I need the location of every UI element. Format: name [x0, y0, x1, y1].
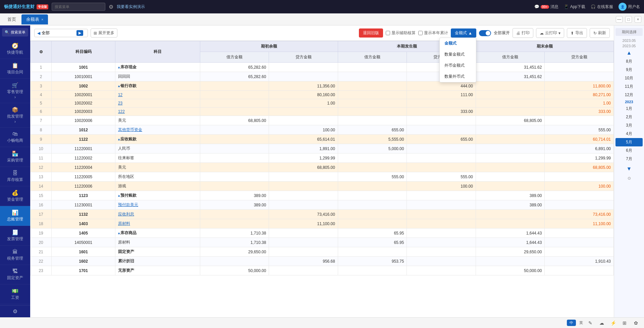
expand-all-label: 全部展开	[494, 30, 510, 36]
row-cur-debit: 5,555.00	[338, 135, 407, 144]
grid-icon[interactable]: ⊞	[621, 319, 629, 327]
row-cb-debit: 389.00	[476, 200, 545, 210]
user-avatar[interactable]: 👤 用户名	[619, 3, 640, 11]
expand-icon: ⊞	[94, 31, 97, 36]
tab-close-btn[interactable]: ×	[41, 17, 43, 21]
demo-link[interactable]: 我要看实例演示	[117, 4, 145, 10]
app-download-btn[interactable]: 📱 App下载	[564, 4, 585, 10]
online-service-btn[interactable]: 🎧 在线客服	[591, 4, 613, 10]
period-month-may[interactable]: 5月	[615, 138, 643, 146]
return-old-btn[interactable]: 退回旧版	[359, 28, 383, 38]
row-subject: 美元	[115, 163, 200, 172]
sidebar-item-wholesale[interactable]: 📦 批发管理 ›	[0, 103, 30, 128]
row-num: 7	[31, 116, 52, 125]
row-cb-credit	[545, 200, 614, 210]
sidebar-item-purchase[interactable]: 🏪 采购管理	[0, 147, 30, 167]
settings-icon-top[interactable]: ⚙	[109, 4, 113, 10]
cloud-print-btn[interactable]: ☁ 云打印 ▾	[536, 28, 564, 38]
window-restore-btn[interactable]: —	[616, 16, 623, 23]
period-up-btn[interactable]: ▲	[615, 49, 643, 57]
table-settings-icon[interactable]: ⚙	[39, 50, 43, 54]
show-year-checkbox[interactable]: 显示本年累计	[418, 30, 448, 36]
sidebar-gear-btn[interactable]: ⚙	[2, 308, 28, 315]
flower-icon[interactable]: ✿	[632, 319, 640, 327]
lang-cn-btn[interactable]: 中	[567, 320, 576, 326]
row-cur-credit	[407, 200, 476, 210]
period-month-jun[interactable]: 6月	[615, 146, 643, 155]
period-down-btn[interactable]: ▼	[615, 165, 643, 173]
window-close-btn[interactable]: ×	[635, 16, 641, 23]
subject-link[interactable]: 12	[118, 92, 122, 97]
window-maximize-btn[interactable]: □	[625, 16, 632, 23]
sidebar-item-assets[interactable]: 🏗 固定资产	[0, 265, 30, 284]
export-btn[interactable]: ⬆ 导出	[567, 28, 587, 38]
subject-link[interactable]: 应收利息	[118, 212, 134, 216]
tab-balance[interactable]: 余额表 ×	[21, 14, 48, 24]
period-month-jul[interactable]: 7月	[615, 155, 643, 163]
row-cb-credit	[545, 266, 614, 275]
sidebar-item-invoice[interactable]: 🧾 发票管理	[0, 226, 30, 246]
period-month-mar[interactable]: 3月	[615, 121, 643, 130]
show-aux-checkbox[interactable]: 显示辅助核算	[386, 30, 416, 36]
subject-text: 人民币	[118, 146, 130, 151]
row-subject: ▴银行存款	[115, 81, 200, 91]
search-confirm-btn[interactable]: ▶	[76, 30, 83, 36]
subject-link[interactable]: 原材料	[118, 221, 130, 226]
period-month-jan[interactable]: 1月	[615, 105, 643, 113]
lightning-icon[interactable]: ⚡	[609, 319, 617, 327]
period-month-sep[interactable]: 9月	[615, 66, 643, 74]
sidebar-item-retail[interactable]: 🛒 零售管理 ›	[0, 79, 30, 103]
expand-all-toggle[interactable]	[479, 30, 491, 36]
sidebar-item-ledger[interactable]: 📊 总账管理	[0, 206, 30, 226]
sidebar-item-project[interactable]: 📋 项目合同	[0, 59, 30, 79]
subject-link[interactable]: 其他货币资金	[118, 127, 142, 132]
sidebar-item-tax[interactable]: 🏛 税务管理	[0, 246, 30, 265]
sidebar-item-finance[interactable]: 💰 资金管理	[0, 186, 30, 206]
year-checkbox-input[interactable]	[418, 31, 423, 35]
row-cb-credit: 100.00	[545, 182, 614, 191]
subject-link[interactable]: 122	[118, 109, 125, 114]
tab-home[interactable]: 首页	[3, 14, 21, 24]
sidebar-item-salary[interactable]: 💵 工资	[0, 284, 30, 304]
sidebar-item-ecommerce[interactable]: 🛍 小畅电商	[0, 128, 30, 147]
expand-arrow: ›	[14, 95, 16, 100]
row-code: 10020006	[52, 116, 115, 125]
row-subject: 人民币	[115, 144, 200, 153]
row-cb-credit	[545, 116, 614, 125]
cloud-sync-icon[interactable]: ☁	[598, 319, 606, 327]
style-option-amount[interactable]: 金额式	[440, 38, 476, 49]
style-option-qty-foreign[interactable]: 数量外币式	[440, 71, 476, 82]
refresh-btn[interactable]: ↻ 刷新	[590, 28, 610, 38]
expand-more-btn[interactable]: ⊞ 展开更多	[91, 28, 117, 38]
row-subject: 美元	[115, 116, 200, 125]
print-btn[interactable]: 🖨 打印	[513, 28, 533, 38]
row-ob-credit: 80,160.00	[269, 91, 338, 99]
search-prefix-icon: ◀	[37, 31, 40, 36]
period-month-aug[interactable]: 8月	[615, 57, 643, 66]
period-month-oct[interactable]: 10月	[615, 74, 643, 82]
subject-link[interactable]: 23	[118, 101, 122, 106]
aux-checkbox-input[interactable]	[386, 31, 390, 35]
subject-search-input[interactable]	[42, 31, 75, 36]
lang-en-btn[interactable]: 英	[579, 320, 583, 325]
style-option-qty-amount[interactable]: 数量金额式	[440, 49, 476, 60]
sidebar-item-nav[interactable]: 🧭 快捷导航	[0, 39, 30, 59]
row-num: 11	[31, 153, 52, 163]
style-option-foreign[interactable]: 外币金额式	[440, 60, 476, 71]
period-month-dec[interactable]: 12月	[615, 91, 643, 99]
panel-collapse-btn[interactable]: ⊙	[615, 176, 643, 181]
th-settings[interactable]: ⚙	[31, 41, 52, 63]
edit-icon[interactable]: ✎	[586, 319, 594, 327]
top-search-input[interactable]	[52, 3, 105, 11]
sidebar-item-inventory[interactable]: 🗄 库存核算	[0, 167, 30, 186]
period-month-apr[interactable]: 4月	[615, 130, 643, 138]
subject-link[interactable]: 预付款美元	[118, 202, 138, 207]
period-month-nov[interactable]: 11月	[615, 82, 643, 91]
sidebar-search-btn[interactable]: 🔍 搜索菜单	[2, 28, 28, 37]
notification-btn[interactable]: 💬 99+ 消息	[534, 4, 558, 10]
tab-bar: 首页 余额表 × — □ ×	[0, 13, 644, 25]
period-month-feb[interactable]: 2月	[615, 113, 643, 121]
row-cb-credit: 1,910.43	[545, 257, 614, 266]
style-dropdown-btn[interactable]: 金额式 ▲	[451, 28, 476, 38]
subject-text: ▴库存商品	[118, 231, 137, 235]
